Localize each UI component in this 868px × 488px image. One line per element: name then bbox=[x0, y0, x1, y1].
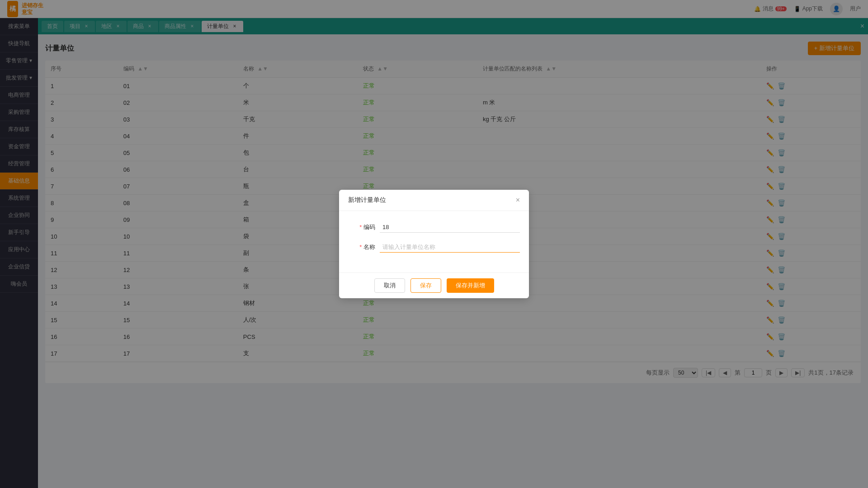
code-form-item: * 编码 bbox=[348, 222, 520, 233]
modal-close-button[interactable]: × bbox=[516, 196, 520, 204]
save-button[interactable]: 保存 bbox=[410, 278, 441, 293]
modal-footer: 取消 保存 保存并新增 bbox=[339, 272, 529, 298]
name-required-mark: * bbox=[359, 244, 362, 250]
save-and-new-button[interactable]: 保存并新增 bbox=[447, 278, 494, 293]
modal-title: 新增计量单位 bbox=[348, 196, 386, 204]
cancel-button[interactable]: 取消 bbox=[374, 278, 405, 293]
name-label-text: 名称 bbox=[363, 244, 375, 250]
code-label: * 编码 bbox=[348, 223, 375, 231]
name-input[interactable] bbox=[380, 242, 520, 253]
code-required-mark: * bbox=[359, 224, 362, 230]
add-unit-modal: 新增计量单位 × * 编码 * 名称 取消 保存 保存并新增 bbox=[339, 190, 529, 298]
modal-body: * 编码 * 名称 bbox=[339, 211, 529, 272]
code-input[interactable] bbox=[380, 222, 520, 233]
modal-overlay[interactable]: 新增计量单位 × * 编码 * 名称 取消 保存 保存并新增 bbox=[0, 0, 868, 488]
modal-header: 新增计量单位 × bbox=[339, 190, 529, 211]
code-label-text: 编码 bbox=[363, 224, 375, 230]
name-form-item: * 名称 bbox=[348, 242, 520, 253]
name-label: * 名称 bbox=[348, 243, 375, 251]
